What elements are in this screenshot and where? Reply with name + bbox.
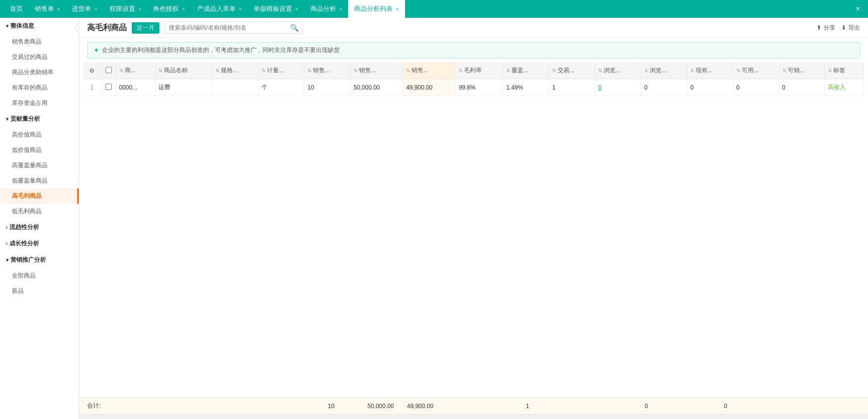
- sidebar-item-low-coverage[interactable]: 低覆盖量商品: [0, 173, 79, 188]
- sidebar-item-high-margin[interactable]: 高毛利商品: [0, 188, 79, 204]
- sidebar-group-overall[interactable]: ▾ 整体信息: [0, 18, 79, 34]
- footer-sales-amount: 50,000.00: [364, 403, 404, 410]
- row-sales-profit: 49,900.00: [403, 79, 456, 96]
- chevron-right-icon: ›: [6, 241, 7, 246]
- nav-item-analysis-list[interactable]: 商品分析列表 ×: [348, 0, 405, 18]
- chevron-down-icon: ▾: [6, 116, 8, 122]
- nav-item-roles[interactable]: 角色授权 ×: [147, 0, 191, 18]
- close-icon[interactable]: ×: [57, 6, 60, 12]
- select-all-checkbox[interactable]: [105, 67, 112, 73]
- footer-spacer1: [166, 403, 265, 410]
- sidebar: « ▾ 整体信息 销售类商品 交易过的商品 商品分类助销率 有库存的商品 库存资…: [0, 18, 79, 419]
- sidebar-item-low-margin[interactable]: 低毛利商品: [0, 204, 79, 219]
- col-spec[interactable]: ⇅规格...: [212, 62, 258, 79]
- col-browse1[interactable]: ⇅浏览...: [595, 62, 641, 79]
- export-button[interactable]: ⬇ 导出: [841, 24, 860, 32]
- search-icon[interactable]: 🔍: [290, 24, 299, 32]
- right-panel: 高毛利商品 近一月 🔍 ⬆ 分享 ⬇ 导出 ✦ 企业的主要的利润都是这部分商品创…: [79, 18, 868, 419]
- close-icon[interactable]: ×: [239, 6, 242, 12]
- col-name[interactable]: ⇅商品名称: [155, 62, 212, 79]
- close-icon[interactable]: ×: [396, 6, 399, 12]
- col-tag[interactable]: ⇅标签: [825, 62, 864, 79]
- share-button[interactable]: ⬆ 分享: [817, 24, 835, 32]
- footer-sales-profit: 49,900.00: [404, 403, 444, 410]
- close-icon[interactable]: ×: [182, 6, 185, 12]
- sidebar-group-contribution[interactable]: ▾ 贡献量分析: [0, 111, 79, 127]
- export-icon: ⬇: [841, 24, 846, 31]
- sidebar-item-all-goods[interactable]: 全部商品: [0, 268, 79, 283]
- nav-item-sales[interactable]: 销售单 ×: [29, 0, 66, 18]
- row-gross-margin: 99.8%: [456, 79, 503, 96]
- close-icon[interactable]: ×: [339, 6, 342, 12]
- nav-item-home[interactable]: 首页: [4, 0, 29, 18]
- footer-sellable: 0: [721, 403, 761, 410]
- footer-row: 合计: 10 50,000.00 49,900.00 1 0 0: [79, 397, 868, 414]
- close-icon[interactable]: ×: [94, 6, 97, 12]
- table-row: 1 0000... 运费 个 10 50,000.00 49,900.00 99…: [83, 79, 864, 96]
- row-sellable: 0: [779, 79, 825, 96]
- sidebar-item-sales-goods[interactable]: 销售类商品: [0, 34, 79, 49]
- row-checkbox[interactable]: [105, 84, 112, 90]
- page-title: 高毛利商品: [87, 23, 127, 33]
- nav-item-template[interactable]: 单据模板设置 ×: [248, 0, 304, 18]
- sidebar-group-trend[interactable]: › 流趋性分析: [0, 219, 79, 235]
- col-transactions[interactable]: ⇅交易...: [549, 62, 595, 79]
- sidebar-item-stocked-goods[interactable]: 有库存的商品: [0, 80, 79, 95]
- col-unit[interactable]: ⇅计量...: [258, 62, 305, 79]
- sidebar-item-category-rate[interactable]: 商品分类助销率: [0, 65, 79, 80]
- sidebar-group-growth[interactable]: › 成长性分析: [0, 235, 79, 252]
- row-sales-qty: 10: [305, 79, 351, 96]
- col-browse2[interactable]: ⇅浏览...: [641, 62, 687, 79]
- sidebar-item-high-value[interactable]: 高价值商品: [0, 127, 79, 142]
- sidebar-item-low-value[interactable]: 低价值商品: [0, 142, 79, 158]
- footer-spacer6: [562, 403, 602, 410]
- chevron-right-icon: ›: [6, 225, 7, 230]
- row-name[interactable]: 运费: [155, 79, 212, 96]
- sidebar-item-traded-goods[interactable]: 交易过的商品: [0, 49, 79, 65]
- search-input[interactable]: [169, 24, 290, 31]
- sidebar-group-marketing[interactable]: ▾ 营销推广分析: [0, 252, 79, 268]
- nav-item-purchase[interactable]: 进货单 ×: [66, 0, 103, 18]
- col-sellable[interactable]: ⇅可销...: [779, 62, 825, 79]
- col-sales-amount[interactable]: ⇅销售...: [350, 62, 403, 79]
- footer-spacer3: [295, 403, 325, 410]
- nav-item-permissions[interactable]: 权限设置 ×: [103, 0, 147, 18]
- row-num: 1: [83, 79, 101, 96]
- col-available[interactable]: ⇅可用...: [733, 62, 779, 79]
- nav-item-analysis[interactable]: 商品分析 ×: [305, 0, 348, 18]
- col-gross-margin[interactable]: ⇅毛利率: [456, 62, 503, 79]
- row-checkbox-cell[interactable]: [101, 79, 116, 96]
- table-header-row: ⚙ ⇅商... ⇅商品名称 ⇅规格... ⇅计量... ⇅销售... ⇅销售..…: [83, 62, 864, 79]
- col-checkbox[interactable]: [101, 62, 116, 79]
- footer-spacer8: [681, 403, 721, 410]
- footer-label: 合计:: [87, 402, 166, 410]
- nav-close-all-button[interactable]: ×: [852, 2, 864, 15]
- footer-stock: 0: [642, 403, 681, 410]
- browse1-link[interactable]: 0: [598, 84, 602, 91]
- col-stock[interactable]: ⇅现有...: [687, 62, 733, 79]
- footer-transactions: 1: [523, 403, 562, 410]
- header-actions: ⬆ 分享 ⬇ 导出: [817, 24, 860, 32]
- col-sales-qty[interactable]: ⇅销售...: [305, 62, 351, 79]
- panel-header: 高毛利商品 近一月 🔍 ⬆ 分享 ⬇ 导出: [79, 18, 868, 38]
- row-spec: [212, 79, 258, 96]
- footer-spacer2: [265, 403, 295, 410]
- row-code[interactable]: 0000...: [116, 79, 155, 96]
- table-wrapper[interactable]: ⚙ ⇅商... ⇅商品名称 ⇅规格... ⇅计量... ⇅销售... ⇅销售..…: [79, 62, 868, 397]
- horizontal-scrollbar[interactable]: [79, 414, 868, 419]
- sidebar-item-inventory-fund[interactable]: 库存资金占用: [0, 95, 79, 111]
- period-button[interactable]: 近一月: [132, 22, 159, 34]
- sidebar-item-high-coverage[interactable]: 高覆盖量商品: [0, 158, 79, 173]
- col-sales-profit[interactable]: ⇅销售...: [403, 62, 456, 79]
- col-settings[interactable]: ⚙: [83, 62, 101, 79]
- sidebar-item-new-goods[interactable]: 新品: [0, 283, 79, 299]
- data-table: ⚙ ⇅商... ⇅商品名称 ⇅规格... ⇅计量... ⇅销售... ⇅销售..…: [83, 62, 864, 96]
- footer-spacer4: [444, 403, 483, 410]
- nav-item-inbound[interactable]: 产成品入库单 ×: [191, 0, 248, 18]
- col-coverage[interactable]: ⇅覆盖...: [503, 62, 549, 79]
- row-browse1[interactable]: 0: [595, 79, 641, 96]
- col-code[interactable]: ⇅商...: [116, 62, 155, 79]
- close-icon[interactable]: ×: [138, 6, 141, 12]
- close-icon[interactable]: ×: [295, 6, 298, 12]
- chevron-down-icon: ▾: [6, 257, 8, 263]
